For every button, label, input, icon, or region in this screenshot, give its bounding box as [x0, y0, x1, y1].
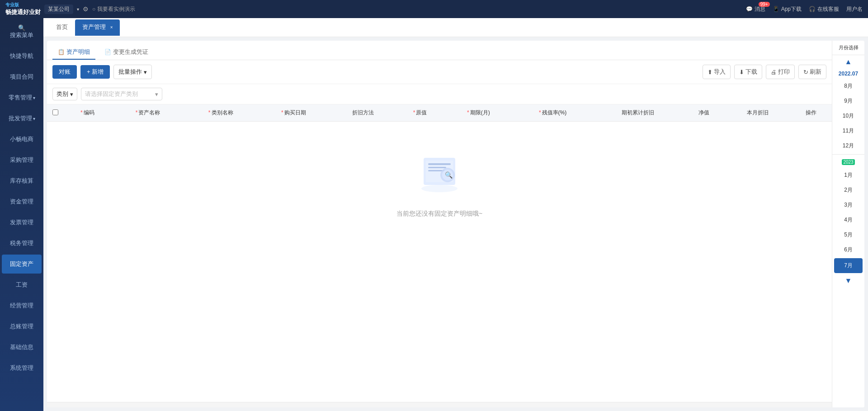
refresh-icon: ↻	[803, 69, 808, 76]
sub-tab-change-voucher[interactable]: 📄 变更生成凭证	[99, 45, 154, 60]
col-residual-rate: *残值率(%)	[513, 104, 592, 122]
month-nav: ▲	[832, 55, 864, 69]
sidebar-item-retail[interactable]: 零售管理 ▾	[2, 88, 42, 107]
col-code: *编码	[63, 104, 111, 122]
month-item[interactable]: 11月	[832, 123, 864, 138]
col-net-value: 净值	[683, 104, 724, 122]
app-download-button[interactable]: 📱 App下载	[773, 5, 802, 13]
sidebar-item-project[interactable]: 项目合同	[2, 67, 42, 86]
customer-service-button[interactable]: 🎧 在线客服	[809, 5, 839, 13]
top-bar-right: 💬 消息 99+ 📱 App下载 🎧 在线客服 用户名	[746, 5, 863, 13]
svg-text:🔍: 🔍	[445, 171, 453, 179]
month-up-button[interactable]: ▲	[843, 57, 854, 67]
month-item[interactable]: 6月	[832, 242, 864, 257]
month-item[interactable]: 10月	[832, 109, 864, 123]
company-dropdown-arrow[interactable]: ▾	[77, 7, 79, 12]
month-down-button[interactable]: ▼	[843, 276, 854, 286]
empty-state: 🔍 当前您还没有固定资产明细哦~	[47, 122, 832, 245]
month-item[interactable]: 1月	[832, 168, 864, 183]
month-item[interactable]: 2月	[832, 183, 864, 198]
sidebar-item-system[interactable]: 系统管理	[2, 359, 42, 378]
tab-bar: 首页 资产管理 ×	[43, 18, 868, 37]
month-divider	[832, 154, 864, 155]
refresh-button[interactable]: ↻ 刷新	[798, 65, 826, 79]
sidebar-item-salary[interactable]: 工资	[2, 275, 42, 294]
app-logo: 专业版 畅捷通好业财	[5, 2, 41, 16]
col-monthly-depreciation: 本月折旧	[725, 104, 791, 122]
tab-home[interactable]: 首页	[49, 19, 75, 36]
reconcile-button[interactable]: 对账	[52, 65, 77, 79]
col-method: 折旧方法	[330, 104, 396, 122]
sidebar-item-operations[interactable]: 经营管理	[2, 296, 42, 315]
sidebar-item-wholesale[interactable]: 批发管理 ▾	[2, 109, 42, 128]
category-filter-label[interactable]: 类别 ▾	[52, 88, 77, 100]
category-filter-select[interactable]: 请选择固定资产类别 ▾	[81, 88, 162, 100]
svg-rect-3	[428, 163, 451, 165]
batch-button[interactable]: 批量操作 ▾	[113, 65, 152, 79]
sidebar-item-quicknav[interactable]: 快捷导航	[2, 47, 42, 66]
print-icon: 🖨	[771, 69, 777, 76]
month-item[interactable]: 3月	[832, 198, 864, 213]
search-icon: 🔍	[18, 24, 25, 31]
month-item[interactable]: 4月	[832, 213, 864, 227]
month-panel-title: 月份选择	[832, 41, 864, 55]
message-button[interactable]: 💬 消息 99+	[746, 5, 765, 13]
demo-button[interactable]: ○ 我要看实例演示	[92, 5, 135, 13]
sidebar-item-purchase[interactable]: 采购管理	[2, 151, 42, 170]
tab-close-icon[interactable]: ×	[110, 25, 113, 30]
sidebar-item-invoice[interactable]: 发票管理	[2, 213, 42, 232]
download-button[interactable]: ⬇ 下载	[734, 65, 762, 79]
sidebar-item-search[interactable]: 🔍 搜索菜单	[2, 19, 42, 45]
sidebar-item-ledger[interactable]: 总账管理	[2, 317, 42, 336]
month-item[interactable]: 7月	[834, 258, 863, 273]
empty-illustration: 🔍	[412, 149, 467, 203]
empty-text: 当前您还没有固定资产明细哦~	[396, 210, 482, 218]
col-accumulated-depreciation: 期初累计折旧	[593, 104, 684, 122]
month-nav-down: ▼	[832, 274, 864, 288]
month-item[interactable]: 8月	[832, 79, 864, 94]
change-voucher-icon: 📄	[104, 49, 111, 55]
main-panel: 📋 资产明细 📄 变更生成凭证 对账 + 新增 批量操作 ▾	[47, 41, 832, 407]
col-category: *类别名称	[184, 104, 257, 122]
import-icon: ⬆	[708, 69, 712, 76]
content-area: 首页 资产管理 × 📋 资产明细 📄 变更生成凭证	[43, 18, 868, 411]
category-select-arrow: ▾	[155, 91, 158, 98]
print-button[interactable]: 🖨 打印	[766, 65, 795, 79]
month-panel: 月份选择 ▲ 2022.07 8月9月10月11月12月 2023 1月2月3月…	[832, 41, 864, 407]
sidebar-item-ecommerce[interactable]: 小畅电商	[2, 130, 42, 149]
main-layout: 🔍 搜索菜单 快捷导航 项目合同 零售管理 ▾ 批发管理 ▾ 小畅电商 采购管理…	[0, 18, 868, 411]
settings-icon[interactable]: ⚙	[83, 5, 89, 13]
add-button[interactable]: + 新增	[80, 65, 110, 79]
year-2023-badge: 2023	[832, 156, 864, 168]
sidebar-item-inventory[interactable]: 库存核算	[2, 171, 42, 190]
bottom-scrollbar[interactable]	[47, 402, 832, 407]
asset-detail-icon: 📋	[58, 49, 65, 55]
sidebar-item-fixed-assets[interactable]: 固定资产	[2, 255, 42, 274]
sidebar-item-finance[interactable]: 资金管理	[2, 192, 42, 211]
col-purchase-date: *购买日期	[257, 104, 330, 122]
sidebar-item-tax[interactable]: 税务管理	[2, 234, 42, 253]
col-period: *期限(月)	[444, 104, 513, 122]
sub-tab-asset-detail[interactable]: 📋 资产明细	[52, 45, 95, 60]
user-name[interactable]: 用户名	[846, 5, 863, 13]
retail-arrow-icon: ▾	[33, 95, 35, 100]
filter-row: 类别 ▾ 请选择固定资产类别 ▾	[47, 84, 832, 104]
company-selector[interactable]: 某某公司	[44, 5, 73, 14]
sidebar-item-basic-info[interactable]: 基础信息	[2, 338, 42, 357]
batch-arrow-icon: ▾	[144, 69, 147, 76]
month-item[interactable]: 9月	[832, 94, 864, 109]
month-item[interactable]: 5月	[832, 227, 864, 242]
import-button[interactable]: ⬆ 导入	[703, 65, 731, 79]
svg-point-0	[421, 185, 458, 192]
asset-table: *编码 *资产名称 *类别名称 *购买日期 折旧方法 *原值 *期限(月) *残…	[47, 104, 832, 402]
top-bar-left: 专业版 畅捷通好业财 某某公司 ▾ ⚙ ○ 我要看实例演示	[5, 2, 135, 16]
sub-tab-bar: 📋 资产明细 📄 变更生成凭证	[47, 41, 832, 60]
wholesale-arrow-icon: ▾	[33, 116, 35, 121]
filter-label-arrow: ▾	[70, 91, 73, 98]
current-year-month: 2022.07	[832, 69, 864, 79]
sidebar: 🔍 搜索菜单 快捷导航 项目合同 零售管理 ▾ 批发管理 ▾ 小畅电商 采购管理…	[0, 18, 43, 411]
tab-asset-management[interactable]: 资产管理 ×	[75, 19, 120, 36]
select-all-checkbox[interactable]	[52, 109, 58, 115]
toolbar: 对账 + 新增 批量操作 ▾ ⬆ 导入 ⬇ 下载	[47, 60, 832, 84]
month-item[interactable]: 12月	[832, 138, 864, 153]
